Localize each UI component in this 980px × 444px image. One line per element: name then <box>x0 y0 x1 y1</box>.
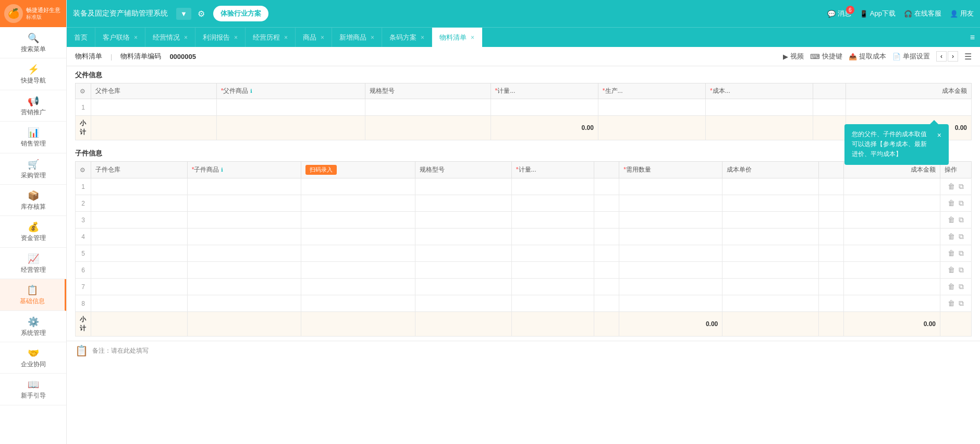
delete-row-8-button[interactable]: 🗑 <box>948 299 955 307</box>
settings-icon[interactable]: ⚙ <box>80 88 85 95</box>
copy-row-8-button[interactable]: ⧉ <box>959 299 964 307</box>
sidebar-item-sales[interactable]: 📊 销售管理 <box>0 122 66 153</box>
sidebar-item-collab[interactable]: 🤝 企业协同 <box>0 342 66 374</box>
sidebar-item-operations[interactable]: 📈 经营管理 <box>0 248 66 279</box>
tab-profit[interactable]: 利润报告 × <box>195 28 246 47</box>
child-row-6-warehouse[interactable] <box>91 262 188 279</box>
copy-row-3-button[interactable]: ⧉ <box>959 215 964 224</box>
online-service-button[interactable]: 🎧 在线客服 <box>904 9 941 18</box>
child-row-8-unit[interactable] <box>511 295 594 312</box>
user-button[interactable]: 👤 用友 <box>950 9 974 18</box>
system-dropdown-button[interactable]: ▼ <box>176 8 191 20</box>
child-row-6-spec[interactable] <box>415 262 512 279</box>
child-row-6-unit-cost[interactable] <box>722 262 819 279</box>
child-row-6-qty[interactable] <box>619 262 722 279</box>
delete-row-1-button[interactable]: 🗑 <box>948 182 955 190</box>
message-button[interactable]: 💬 消息 6 <box>827 9 851 18</box>
copy-row-7-button[interactable]: ⧉ <box>959 282 964 291</box>
child-row-3-warehouse[interactable] <box>91 212 188 229</box>
child-row-1-warehouse[interactable] <box>91 178 188 195</box>
child-row-2-unit[interactable] <box>511 195 594 212</box>
child-row-1-unit-cost[interactable] <box>722 178 819 195</box>
tab-goods-close[interactable]: × <box>321 34 324 41</box>
shortcut-button[interactable]: ⌨ 快捷键 <box>810 52 842 61</box>
child-row-3-unit-cost[interactable] <box>722 212 819 229</box>
delete-row-4-button[interactable]: 🗑 <box>948 232 955 241</box>
tooltip-close-button[interactable]: × <box>937 129 941 141</box>
child-row-7-warehouse[interactable] <box>91 279 188 295</box>
child-product-info-icon[interactable]: ℹ <box>221 167 223 173</box>
parent-row-1-warehouse[interactable] <box>91 99 217 116</box>
experience-button[interactable]: 体验行业方案 <box>213 6 268 21</box>
child-row-6-unit[interactable] <box>511 262 594 279</box>
child-row-7-qty[interactable] <box>619 279 722 295</box>
sidebar-item-marketing[interactable]: 📢 营销推广 <box>0 90 66 122</box>
extract-cost-button[interactable]: 📤 提取成本 <box>849 52 886 61</box>
child-row-2-spec[interactable] <box>415 195 512 212</box>
tab-goods[interactable]: 商品 × <box>296 28 332 47</box>
tab-home[interactable]: 首页 <box>67 28 95 47</box>
child-row-4-qty[interactable] <box>619 229 722 245</box>
parent-row-1-cost[interactable] <box>706 99 813 116</box>
child-row-1-unit[interactable] <box>511 178 594 195</box>
child-row-4-product[interactable] <box>187 229 301 245</box>
child-row-1-spec[interactable] <box>415 178 512 195</box>
tab-addgoods[interactable]: 新增商品 × <box>332 28 382 47</box>
child-row-8-unit-cost[interactable] <box>722 295 819 312</box>
delete-row-5-button[interactable]: 🗑 <box>948 249 955 257</box>
tab-addgoods-close[interactable]: × <box>371 34 374 41</box>
sidebar-item-purchase[interactable]: 🛒 采购管理 <box>0 153 66 185</box>
child-row-7-unit-cost[interactable] <box>722 279 819 295</box>
sidebar-item-search[interactable]: 🔍 搜索菜单 <box>0 27 66 58</box>
menu-icon[interactable]: ☰ <box>964 52 972 62</box>
child-row-2-product[interactable] <box>187 195 301 212</box>
parent-row-1-unit[interactable] <box>491 99 598 116</box>
parent-col-settings[interactable]: ⚙ <box>76 83 91 99</box>
app-download-button[interactable]: 📱 App下载 <box>860 9 896 18</box>
child-row-3-spec[interactable] <box>415 212 512 229</box>
child-row-4-spec[interactable] <box>415 229 512 245</box>
delete-row-7-button[interactable]: 🗑 <box>948 282 955 291</box>
parent-row-1-product[interactable] <box>216 99 365 116</box>
tab-customer[interactable]: 客户联络 × <box>95 28 145 47</box>
child-row-7-spec[interactable] <box>415 279 512 295</box>
child-col-settings[interactable]: ⚙ <box>76 162 91 178</box>
sidebar-item-guide[interactable]: 📖 新手引导 <box>0 374 66 405</box>
prev-record-button[interactable]: ‹ <box>936 51 947 62</box>
child-row-4-unit[interactable] <box>511 229 594 245</box>
next-record-button[interactable]: › <box>948 51 958 62</box>
sidebar-item-system[interactable]: ⚙️ 系统管理 <box>0 311 66 342</box>
child-row-5-spec[interactable] <box>415 245 512 262</box>
tab-customer-close[interactable]: × <box>134 34 138 41</box>
close-all-tabs-button[interactable]: ≡ <box>965 33 980 42</box>
child-row-5-unit-cost[interactable] <box>722 245 819 262</box>
sidebar-item-quicknav[interactable]: ⚡ 快捷导航 <box>0 58 66 90</box>
delete-row-6-button[interactable]: 🗑 <box>948 266 955 274</box>
sidebar-item-finance[interactable]: 💰 资金管理 <box>0 216 66 247</box>
copy-row-5-button[interactable]: ⧉ <box>959 249 964 257</box>
child-row-8-spec[interactable] <box>415 295 512 312</box>
sidebar-item-basicinfo[interactable]: 📋 基础信息 <box>0 279 66 310</box>
copy-row-6-button[interactable]: ⧉ <box>959 266 964 274</box>
tab-barcode-close[interactable]: × <box>421 34 424 41</box>
copy-row-2-button[interactable]: ⧉ <box>959 199 964 207</box>
tab-profit-close[interactable]: × <box>234 34 238 41</box>
delete-row-3-button[interactable]: 🗑 <box>948 215 955 224</box>
child-row-1-qty[interactable] <box>619 178 722 195</box>
child-row-5-unit[interactable] <box>511 245 594 262</box>
child-row-7-product[interactable] <box>187 279 301 295</box>
child-row-2-unit-cost[interactable] <box>722 195 819 212</box>
delete-row-2-button[interactable]: 🗑 <box>948 199 955 207</box>
parent-product-info-icon[interactable]: ℹ <box>250 88 252 94</box>
tab-bom[interactable]: 物料清单 × <box>432 28 482 47</box>
gear-icon[interactable]: ⚙ <box>198 9 205 19</box>
copy-row-4-button[interactable]: ⧉ <box>959 232 964 241</box>
tab-operations[interactable]: 经营情况 × <box>145 28 195 47</box>
tab-bom-close[interactable]: × <box>471 34 474 41</box>
child-row-8-product[interactable] <box>187 295 301 312</box>
child-row-5-warehouse[interactable] <box>91 245 188 262</box>
sidebar-item-inventory[interactable]: 📦 库存核算 <box>0 185 66 216</box>
scan-input-button[interactable]: 扫码录入 <box>305 165 337 175</box>
copy-row-1-button[interactable]: ⧉ <box>959 182 964 190</box>
tab-history-close[interactable]: × <box>284 34 288 41</box>
